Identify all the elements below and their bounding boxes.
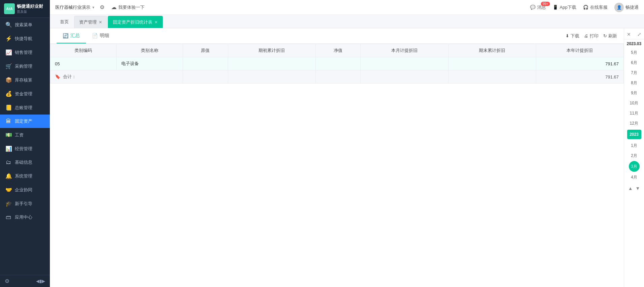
cell-monthly-dep (361, 57, 448, 70)
sidebar-item-label: 新手引导 (15, 201, 32, 207)
month-2[interactable]: 2月 (626, 151, 642, 160)
company-dropdown-icon: ▾ (92, 5, 94, 10)
collab-icon: 🤝 (5, 187, 11, 193)
month-5[interactable]: 5月 (626, 48, 642, 57)
sidebar-item-finance[interactable]: 💰 资金管理 (0, 87, 50, 101)
sidebar-item-label: 快捷导航 (15, 36, 32, 42)
sidebar-item-ledger[interactable]: 📒 总账管理 (0, 101, 50, 115)
refresh-button[interactable]: ↻ 刷新 (603, 33, 617, 39)
user-name: 畅捷通 (625, 4, 639, 10)
month-8[interactable]: 8月 (626, 78, 642, 88)
purchase-icon: 🛒 (5, 63, 11, 69)
print-button[interactable]: 🖨 打印 (584, 33, 599, 39)
tab-depreciation-close[interactable]: ✕ (154, 20, 158, 25)
summary-year-dep: 791.67 (536, 70, 623, 84)
sidebar-item-appstore[interactable]: 🗃 应用中心 (0, 211, 50, 224)
sidebar-item-salary[interactable]: 💵 工资 (0, 128, 50, 142)
content-area: 🔄 汇总 📄 明细 ⬇ 下载 🖨 打印 (50, 28, 624, 287)
month-3-selected[interactable]: 3月 (629, 161, 640, 172)
sidebar-item-guide[interactable]: 🎓 新手引导 (0, 197, 50, 211)
topbar-right: 💬 消息 99+ 📱 App下载 🎧 在线客服 👤 畅捷通 (530, 3, 639, 12)
detail-icon: 📄 (92, 33, 98, 38)
summary-original (183, 70, 228, 84)
fixed-icon: 🏛 (5, 118, 11, 124)
month-9[interactable]: 9月 (626, 88, 642, 98)
download-button[interactable]: 📱 App下载 (553, 4, 576, 10)
sidebar-item-purchase[interactable]: 🛒 采购管理 (0, 59, 50, 73)
month-6[interactable]: 6月 (626, 58, 642, 67)
right-panel-header: ✕ ⤢ (624, 30, 644, 39)
month-1[interactable]: 1月 (626, 141, 642, 150)
cell-original (183, 57, 228, 70)
quicknav-icon: ⚡ (5, 35, 11, 42)
ledger-icon: 📒 (5, 104, 11, 111)
tab-depreciation[interactable]: 固定资产折旧统计表 ✕ (108, 16, 163, 28)
panel-up-icon[interactable]: ▲ (627, 185, 634, 192)
sidebar-item-label: 固定资产 (15, 118, 32, 124)
month-11[interactable]: 11月 (626, 108, 642, 118)
sales-icon: 📈 (5, 49, 11, 56)
salary-icon: 💵 (5, 132, 11, 138)
right-panel: ✕ ⤢ 2023.03 5月 6月 7月 8月 9月 10月 11月 12月 2… (624, 28, 644, 287)
experience-button[interactable]: ☁ 我要体验一下 (111, 4, 145, 10)
sub-tabs: 🔄 汇总 📄 明细 ⬇ 下载 🖨 打印 (50, 28, 624, 44)
sidebar-item-operations[interactable]: 📊 经营管理 (0, 142, 50, 156)
sidebar-logo: AtA 畅捷通好业财 普及版 (0, 0, 50, 18)
tabs-bar: 首页 资产管理 ✕ 固定资产折旧统计表 ✕ (50, 15, 644, 28)
search-icon: 🔍 (5, 22, 11, 28)
depreciation-table: 类别编码 类别名称 原值 期初累计折旧 净值 本月计提折旧 期末累计折旧 本年计… (50, 44, 624, 84)
notification-icon: 💬 (530, 5, 535, 10)
refresh-label: 刷新 (608, 33, 617, 39)
sidebar-item-system[interactable]: 🔔 系统管理 (0, 169, 50, 183)
download-icon: 📱 (553, 5, 558, 10)
sidebar-item-search[interactable]: 🔍 搜索菜单 (0, 18, 50, 32)
service-icon: 🎧 (583, 5, 588, 10)
sidebar-item-label: 搜索菜单 (15, 22, 32, 28)
month-12[interactable]: 12月 (626, 119, 642, 128)
finance-icon: 💰 (5, 91, 11, 97)
download-label: 下载 (571, 33, 579, 39)
sidebar-item-quicknav[interactable]: ⚡ 快捷导航 (0, 32, 50, 45)
month-4[interactable]: 4月 (626, 172, 642, 182)
user-menu[interactable]: 👤 畅捷通 (614, 3, 639, 12)
summary-monthly-dep (361, 70, 448, 84)
download-button[interactable]: ⬇ 下载 (565, 33, 579, 39)
notification-button[interactable]: 💬 消息 99+ (530, 4, 546, 10)
sub-tab-detail[interactable]: 📄 明细 (86, 28, 115, 43)
collapse-icon[interactable]: ◀▮▶ (36, 279, 45, 284)
month-7[interactable]: 7月 (626, 68, 642, 77)
sidebar-item-fixed[interactable]: 🏛 固定资产 (0, 115, 50, 128)
sidebar-item-label: 采购管理 (15, 63, 32, 69)
sidebar-item-collab[interactable]: 🤝 企业协同 (0, 183, 50, 197)
summary-label: 🔖 合计： (50, 70, 183, 84)
cell-initial-dep (228, 57, 315, 70)
summary-initial-dep (228, 70, 315, 84)
year-badge[interactable]: 2023 (627, 130, 641, 139)
table-container: 类别编码 类别名称 原值 期初累计折旧 净值 本月计提折旧 期末累计折旧 本年计… (50, 44, 624, 287)
print-label: 打印 (590, 33, 599, 39)
company-selector[interactable]: 医疗器械行业演示 ▾ (55, 4, 94, 10)
tab-depreciation-label: 固定资产折旧统计表 (113, 19, 152, 25)
sidebar-bottom: ⚙ ◀▮▶ (0, 275, 50, 287)
tab-asset-close[interactable]: ✕ (99, 20, 102, 25)
print-icon: 🖨 (584, 33, 588, 38)
col-year-dep: 本年计提折旧 (536, 44, 623, 57)
service-label: 在线客服 (590, 4, 608, 10)
settings-icon[interactable]: ⚙ (5, 278, 9, 284)
panel-expand-icon[interactable]: ⤢ (637, 32, 641, 37)
sub-tab-summary[interactable]: 🔄 汇总 (57, 28, 86, 43)
panel-down-icon[interactable]: ▼ (634, 185, 642, 192)
settings-gear-icon[interactable]: ⚙ (100, 4, 104, 10)
sidebar-item-label: 库存核算 (15, 77, 32, 83)
tab-home[interactable]: 首页 (55, 16, 73, 28)
sidebar-item-sales[interactable]: 📈 销售管理 (0, 45, 50, 59)
panel-close-icon[interactable]: ✕ (627, 32, 631, 37)
logo-icon: AtA (4, 3, 15, 14)
sidebar-item-inventory[interactable]: 📦 库存核算 (0, 73, 50, 87)
month-10[interactable]: 10月 (626, 98, 642, 108)
service-button[interactable]: 🎧 在线客服 (583, 4, 608, 10)
tab-asset-mgmt[interactable]: 资产管理 ✕ (74, 16, 107, 28)
cell-period-end-dep (448, 57, 536, 70)
company-name: 医疗器械行业演示 (55, 4, 90, 10)
sidebar-item-base[interactable]: 🗂 基础信息 (0, 156, 50, 169)
